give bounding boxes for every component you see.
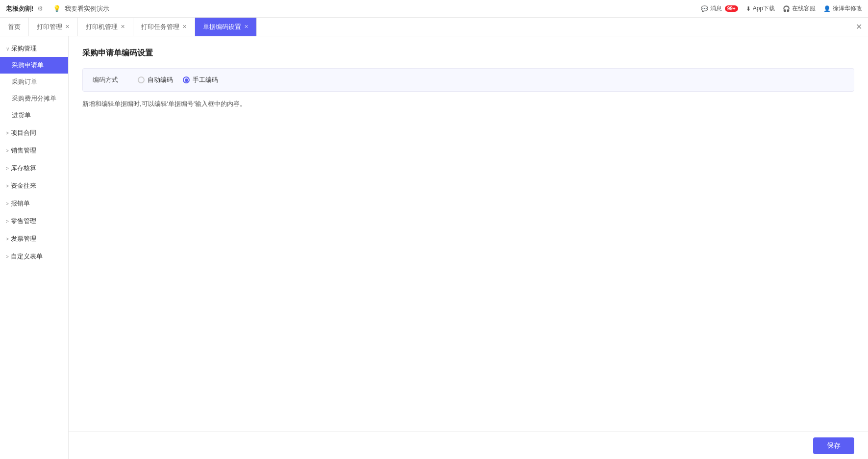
app-download-nav[interactable]: ⬇ App下载 — [746, 4, 775, 13]
sidebar-group-expense-title[interactable]: > 报销单 — [0, 195, 68, 212]
expense-group-label: 报销单 — [11, 199, 30, 208]
sales-group-arrow: > — [6, 148, 9, 153]
message-label: 消息 — [710, 4, 722, 13]
radio-auto-circle — [138, 76, 145, 83]
finance-group-label: 资金往来 — [11, 181, 36, 190]
invoice-group-arrow: > — [6, 236, 9, 242]
tab-home[interactable]: 首页 — [0, 18, 29, 36]
demo-icon: 💡 — [53, 5, 61, 12]
user-avatar-icon: 👤 — [823, 5, 831, 12]
sidebar-group-finance-title[interactable]: > 资金往来 — [0, 178, 68, 194]
radio-auto-encode[interactable]: 自动编码 — [138, 76, 173, 84]
hint-text: 新增和编辑单据编时,可以编辑'单据编号'输入框中的内容。 — [82, 100, 854, 108]
message-icon: 💬 — [701, 5, 708, 12]
tab-print-management[interactable]: 打印管理 ✕ — [29, 18, 78, 36]
sidebar-group-purchase: ∨ 采购管理 采购申请单 采购订单 采购费用分摊单 进货单 — [0, 40, 68, 124]
online-service-nav[interactable]: 🎧 在线客服 — [783, 4, 816, 13]
tab-printer-management-label: 打印机管理 — [86, 23, 118, 31]
radio-manual-label: 手工编码 — [193, 76, 218, 84]
sidebar-group-purchase-title[interactable]: ∨ 采购管理 — [0, 40, 68, 57]
sidebar-group-expense: > 报销单 — [0, 195, 68, 212]
sidebar-item-purchase-order[interactable]: 采购订单 — [0, 74, 68, 90]
app-icon: ⬇ — [746, 5, 751, 12]
tab-encode-settings[interactable]: 单据编码设置 ✕ — [195, 18, 257, 36]
expense-group-arrow: > — [6, 201, 9, 206]
demo-text[interactable]: 我要看实例演示 — [65, 4, 109, 13]
sidebar-group-project-title[interactable]: > 项目合同 — [0, 125, 68, 141]
app-label: App下载 — [753, 4, 775, 13]
tab-home-label: 首页 — [8, 23, 21, 31]
retail-group-arrow: > — [6, 219, 9, 224]
sidebar-group-retail: > 零售管理 — [0, 213, 68, 230]
settings-icon[interactable]: ⚙ — [37, 5, 43, 12]
tab-print-task-close[interactable]: ✕ — [182, 24, 187, 30]
sidebar-group-inventory-title[interactable]: > 库存核算 — [0, 160, 68, 177]
content-footer: 保存 — [69, 432, 868, 459]
tab-encode-settings-close[interactable]: ✕ — [244, 24, 248, 30]
sidebar-group-project: > 项目合同 — [0, 125, 68, 141]
tab-print-task-label: 打印任务管理 — [141, 23, 179, 31]
content-area: 采购申请单编码设置 编码方式 自动编码 手工编码 — [69, 36, 868, 459]
save-button[interactable]: 保存 — [813, 437, 854, 454]
retail-group-label: 零售管理 — [11, 217, 36, 226]
encode-label: 编码方式 — [93, 76, 122, 84]
page-title: 采购申请单编码设置 — [82, 48, 854, 58]
tab-encode-settings-label: 单据编码设置 — [203, 23, 241, 31]
user-nav[interactable]: 👤 徐泽华修改 — [823, 4, 862, 13]
tab-print-management-label: 打印管理 — [37, 23, 62, 31]
sidebar-group-custom: > 自定义表单 — [0, 248, 68, 265]
sidebar-group-sales-title[interactable]: > 销售管理 — [0, 142, 68, 159]
sidebar-group-inventory: > 库存核算 — [0, 160, 68, 177]
message-nav[interactable]: 💬 消息 99+ — [701, 4, 738, 13]
main-layout: ∨ 采购管理 采购申请单 采购订单 采购费用分摊单 进货单 > 项目合同 > 销… — [0, 36, 868, 459]
purchase-group-arrow: ∨ — [6, 46, 9, 51]
sales-group-label: 销售管理 — [11, 146, 36, 155]
sidebar-group-invoice: > 发票管理 — [0, 230, 68, 247]
sidebar-group-sales: > 销售管理 — [0, 142, 68, 159]
tab-printer-management-close[interactable]: ✕ — [121, 24, 125, 30]
inventory-group-arrow: > — [6, 166, 9, 171]
project-group-label: 项目合同 — [11, 128, 36, 137]
logo-text: 老板勿割! — [6, 4, 33, 13]
custom-group-label: 自定义表单 — [11, 252, 43, 261]
top-bar: 老板勿割! ⚙ 💡 我要看实例演示 💬 消息 99+ ⬇ App下载 🎧 在线客… — [0, 0, 868, 18]
radio-manual-circle — [183, 76, 190, 83]
custom-group-arrow: > — [6, 254, 9, 259]
encode-row: 编码方式 自动编码 手工编码 — [93, 76, 844, 84]
service-label: 在线客服 — [792, 4, 816, 13]
finance-group-arrow: > — [6, 183, 9, 189]
tab-bar-close-icon[interactable]: ✕ — [856, 22, 862, 31]
sidebar-group-finance: > 资金往来 — [0, 178, 68, 194]
purchase-group-label: 采购管理 — [11, 44, 37, 53]
project-group-arrow: > — [6, 130, 9, 136]
service-icon: 🎧 — [783, 5, 790, 12]
sidebar-item-purchase-request[interactable]: 采购申请单 — [0, 57, 68, 74]
radio-auto-label: 自动编码 — [148, 76, 173, 84]
tab-print-task[interactable]: 打印任务管理 ✕ — [133, 18, 195, 36]
top-bar-left: 老板勿割! ⚙ 💡 我要看实例演示 — [6, 4, 109, 13]
sidebar-group-invoice-title[interactable]: > 发票管理 — [0, 230, 68, 247]
content-inner: 采购申请单编码设置 编码方式 自动编码 手工编码 — [69, 36, 868, 432]
message-badge: 99+ — [725, 5, 738, 12]
user-name: 徐泽华修改 — [833, 4, 862, 13]
sidebar-group-retail-title[interactable]: > 零售管理 — [0, 213, 68, 230]
radio-group: 自动编码 手工编码 — [138, 76, 218, 84]
tab-printer-management[interactable]: 打印机管理 ✕ — [78, 18, 133, 36]
radio-manual-encode[interactable]: 手工编码 — [183, 76, 218, 84]
tab-print-management-close[interactable]: ✕ — [65, 24, 70, 30]
top-bar-right: 💬 消息 99+ ⬇ App下载 🎧 在线客服 👤 徐泽华修改 — [701, 4, 862, 13]
tab-bar: 首页 打印管理 ✕ 打印机管理 ✕ 打印任务管理 ✕ 单据编码设置 ✕ ✕ — [0, 18, 868, 36]
sidebar-group-custom-title[interactable]: > 自定义表单 — [0, 248, 68, 265]
sidebar-item-purchase-expense[interactable]: 采购费用分摊单 — [0, 90, 68, 107]
encode-section: 编码方式 自动编码 手工编码 — [82, 68, 854, 92]
sidebar: ∨ 采购管理 采购申请单 采购订单 采购费用分摊单 进货单 > 项目合同 > 销… — [0, 36, 69, 459]
invoice-group-label: 发票管理 — [11, 234, 36, 243]
sidebar-item-purchase-receipt[interactable]: 进货单 — [0, 107, 68, 124]
inventory-group-label: 库存核算 — [11, 164, 36, 173]
